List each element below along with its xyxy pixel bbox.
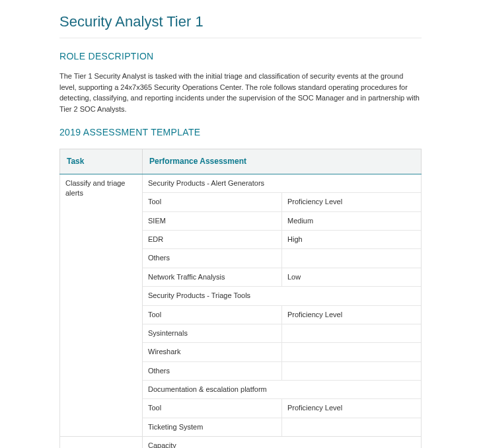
task-classify-assessment: Security Products - Alert Generators Too… <box>143 174 422 436</box>
page-title: Security Analyst Tier 1 <box>59 12 422 38</box>
tool-ticketing: Ticketing System <box>143 418 282 436</box>
col-header-performance: Performance Assessment <box>143 149 422 174</box>
proficiency-others-1 <box>282 249 422 268</box>
assessment-template-heading: 2019 ASSESSMENT TEMPLATE <box>59 126 422 139</box>
triage-tools-heading: Security Products - Triage Tools <box>143 287 421 305</box>
tool-edr: EDR <box>143 230 282 248</box>
proficiency-header-3: Proficiency Level <box>282 399 422 418</box>
tool-header-2: Tool <box>143 305 282 324</box>
task-classify-triage: Classify and triage alerts <box>60 174 143 436</box>
tool-others-1: Others <box>143 249 282 268</box>
documentation-heading: Documentation & escalation platform <box>143 381 421 399</box>
proficiency-siem: Medium <box>282 211 422 230</box>
proficiency-header-2: Proficiency Level <box>282 305 422 324</box>
document-page: Security Analyst Tier 1 ROLE DESCRIPTION… <box>0 0 481 448</box>
proficiency-wireshark <box>282 343 422 361</box>
tool-wireshark: Wireshark <box>143 343 282 361</box>
proficiency-ticketing <box>282 418 422 436</box>
proficiency-nta: Low <box>282 268 422 286</box>
assessment-table: Task Performance Assessment Classify and… <box>59 149 422 448</box>
tool-header: Tool <box>143 193 282 211</box>
proficiency-header: Proficiency Level <box>282 193 422 211</box>
task-capacity-blank <box>60 437 143 448</box>
capacity-assessment: Capacity Number of addressed alerts Perc… <box>143 437 422 448</box>
capacity-heading: Capacity <box>143 437 421 448</box>
role-description-body: The Tier 1 Security Analyst is tasked wi… <box>59 71 422 114</box>
tool-siem: SIEM <box>143 211 282 230</box>
col-header-task: Task <box>60 149 143 174</box>
capacity-table: Capacity Number of addressed alerts Perc… <box>143 437 421 448</box>
alert-generators-heading: Security Products - Alert Generators <box>143 174 421 193</box>
tool-nta: Network Traffic Analysis <box>143 268 282 286</box>
tool-sysinternals: Sysinternals <box>143 324 282 342</box>
proficiency-others-2 <box>282 361 422 380</box>
tool-others-2: Others <box>143 361 282 380</box>
alert-generators-table: Security Products - Alert Generators Too… <box>143 174 421 436</box>
tool-header-3: Tool <box>143 399 282 418</box>
role-description-heading: ROLE DESCRIPTION <box>59 50 422 63</box>
proficiency-sysinternals <box>282 324 422 342</box>
proficiency-edr: High <box>282 230 422 248</box>
